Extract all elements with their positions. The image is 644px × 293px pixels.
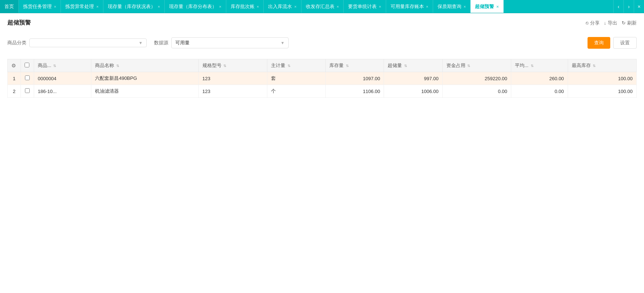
close-icon[interactable]: × xyxy=(54,4,56,9)
th-stock-qty-label: 库存量 xyxy=(329,63,344,68)
nav-item-quality-check[interactable]: 保质期查询 × xyxy=(433,0,471,13)
sort-icon: ⇅ xyxy=(593,64,596,68)
row-capital-usage: 259220.00 xyxy=(442,72,511,85)
th-checkbox[interactable] xyxy=(21,59,34,72)
th-spec[interactable]: 规格型号 ⇅ xyxy=(198,59,267,72)
data-source-label: 数据源 xyxy=(154,40,168,46)
nav-prev-button[interactable]: ‹ xyxy=(613,0,623,13)
nav-item-batch-account[interactable]: 库存批次账 × xyxy=(226,0,264,13)
nav-item-available-account[interactable]: 可用量库存账本 × xyxy=(386,0,433,13)
sort-icon: ⇅ xyxy=(404,64,407,68)
row-spec: 123 xyxy=(198,85,267,98)
nav-item-label: 保质期查询 xyxy=(438,3,461,10)
row-checkbox[interactable] xyxy=(25,88,30,93)
nav-bar: 首页 拣货任务管理 × 拣货异常处理 × 现存量（库存状况表） × 现存量（库存… xyxy=(0,0,644,13)
table-row: 1 0000004 六配套新昌490BPG 123 套 1097.00 997.… xyxy=(8,72,637,85)
export-label: 导出 xyxy=(608,20,617,26)
th-capital-usage-label: 资金占用 xyxy=(446,63,465,68)
query-button[interactable]: 查询 xyxy=(588,37,610,49)
nav-item-overstock-alert[interactable]: 超储预警 × xyxy=(471,0,503,13)
row-product-name: 机油滤清器 xyxy=(91,85,198,98)
sort-icon: ⇅ xyxy=(531,64,534,68)
export-icon: ↓ xyxy=(604,20,607,26)
close-icon[interactable]: × xyxy=(426,4,428,9)
data-source-select[interactable]: 可用量 ▼ xyxy=(171,37,289,48)
th-product-code-label: 商品... xyxy=(38,63,51,68)
share-label: 分享 xyxy=(590,20,600,26)
th-overstock-qty[interactable]: 超储量 ⇅ xyxy=(384,59,442,72)
close-icon[interactable]: × xyxy=(496,4,498,9)
table-header-row: ⚙ 商品... ⇅ 商品名称 ⇅ 规格型号 ⇅ 主计量 xyxy=(8,59,637,72)
sort-icon: ⇅ xyxy=(53,64,56,68)
th-avg-label: 平均... xyxy=(515,63,528,68)
close-icon[interactable]: × xyxy=(337,4,339,9)
close-icon[interactable]: × xyxy=(219,4,221,9)
row-overstock-qty: 997.00 xyxy=(384,72,442,85)
nav-item-task-mgmt[interactable]: 拣货任务管理 × xyxy=(19,0,61,13)
share-icon: ⎋ xyxy=(586,20,589,26)
row-capital-usage: 0.00 xyxy=(442,85,511,98)
row-overstock-qty: 1006.00 xyxy=(384,85,442,98)
th-unit[interactable]: 主计量 ⇅ xyxy=(267,59,326,72)
nav-item-label: 要货单统计表 xyxy=(348,3,377,10)
row-checkbox-cell[interactable] xyxy=(21,85,34,98)
th-capital-usage[interactable]: 资金占用 ⇅ xyxy=(442,59,511,72)
nav-item-inventory-dist[interactable]: 现存量（库存分布表） × xyxy=(165,0,226,13)
th-avg[interactable]: 平均... ⇅ xyxy=(511,59,568,72)
nav-item-label: 收发存汇总表 xyxy=(306,3,334,10)
nav-item-inventory-status[interactable]: 现存量（库存状况表） × xyxy=(103,0,165,13)
refresh-icon: ↻ xyxy=(622,20,626,26)
nav-item-collect-summary[interactable]: 收发存汇总表 × xyxy=(301,0,344,13)
nav-next-button[interactable]: › xyxy=(623,0,634,13)
row-checkbox[interactable] xyxy=(25,75,30,80)
nav-item-inout-flow[interactable]: 出入库流水 × xyxy=(264,0,301,13)
th-max-stock-label: 最高库存 xyxy=(572,63,591,68)
nav-item-label: 现存量（库存分布表） xyxy=(169,3,217,10)
row-stock-qty: 1106.00 xyxy=(326,85,384,98)
sort-icon: ⇅ xyxy=(116,64,119,68)
refresh-label: 刷新 xyxy=(627,20,637,26)
settings-button[interactable]: 设置 xyxy=(613,37,637,49)
nav-item-home-label: 首页 xyxy=(4,3,14,10)
data-source-filter: 数据源 可用量 ▼ xyxy=(154,37,289,48)
row-checkbox-cell[interactable] xyxy=(21,72,34,85)
close-icon[interactable]: × xyxy=(294,4,296,9)
share-button[interactable]: ⎋ 分享 xyxy=(586,20,600,26)
th-product-name[interactable]: 商品名称 ⇅ xyxy=(91,59,198,72)
row-max-stock: 100.00 xyxy=(568,72,636,85)
gear-icon[interactable]: ⚙ xyxy=(11,63,16,68)
close-icon[interactable]: × xyxy=(158,4,160,9)
close-icon[interactable]: × xyxy=(379,4,381,9)
th-settings[interactable]: ⚙ xyxy=(8,59,21,72)
refresh-button[interactable]: ↻ 刷新 xyxy=(622,20,637,26)
nav-item-home[interactable]: 首页 xyxy=(0,0,19,13)
page-title: 超储预警 xyxy=(7,19,31,27)
product-category-select[interactable]: ▼ xyxy=(29,38,147,47)
th-max-stock[interactable]: 最高库存 ⇅ xyxy=(568,59,636,72)
nav-arrows: ‹ › × xyxy=(613,0,644,13)
nav-item-label: 超储预警 xyxy=(475,3,494,10)
row-unit: 套 xyxy=(267,72,326,85)
th-product-code[interactable]: 商品... ⇅ xyxy=(34,59,91,72)
table-row: 2 186-10... 机油滤清器 123 个 1106.00 1006.00 … xyxy=(8,85,637,98)
filter-actions: 查询 设置 xyxy=(588,37,637,49)
row-num: 1 xyxy=(8,72,21,85)
row-product-code: 0000004 xyxy=(34,72,91,85)
export-button[interactable]: ↓ 导出 xyxy=(604,20,618,26)
sort-icon: ⇅ xyxy=(288,64,290,68)
th-spec-label: 规格型号 xyxy=(202,63,222,68)
row-spec: 123 xyxy=(198,72,267,85)
nav-close-all-button[interactable]: × xyxy=(634,0,644,13)
close-icon[interactable]: × xyxy=(464,4,466,9)
close-icon[interactable]: × xyxy=(96,4,98,9)
row-stock-qty: 1097.00 xyxy=(326,72,384,85)
nav-item-order-stats[interactable]: 要货单统计表 × xyxy=(344,0,386,13)
select-all-checkbox[interactable] xyxy=(25,63,29,67)
th-stock-qty[interactable]: 库存量 ⇅ xyxy=(326,59,384,72)
close-icon[interactable]: × xyxy=(257,4,259,9)
chevron-down-icon: ▼ xyxy=(281,41,285,45)
nav-item-abnormal[interactable]: 拣货异常处理 × xyxy=(61,0,103,13)
row-num: 2 xyxy=(8,85,21,98)
th-overstock-qty-label: 超储量 xyxy=(388,63,402,68)
nav-item-label: 可用量库存账本 xyxy=(391,3,424,10)
